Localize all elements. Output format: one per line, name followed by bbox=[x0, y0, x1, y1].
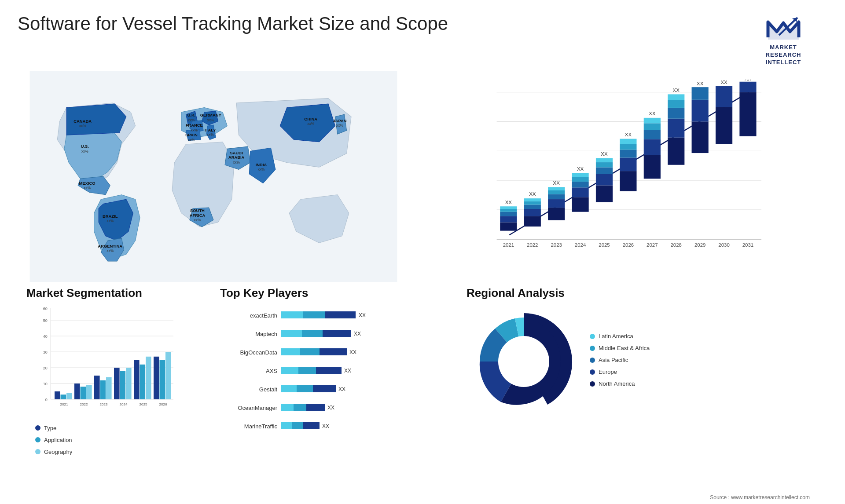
svg-text:XX: XX bbox=[673, 87, 680, 92]
svg-text:2022: 2022 bbox=[80, 402, 88, 406]
legend-label-application: Application bbox=[44, 437, 72, 443]
svg-text:OceanManager: OceanManager bbox=[238, 405, 277, 411]
source-text: Source : www.marketresearchintellect.com bbox=[710, 494, 827, 500]
svg-rect-180 bbox=[281, 404, 294, 411]
svg-text:2021: 2021 bbox=[503, 242, 514, 248]
svg-text:2026: 2026 bbox=[623, 242, 634, 248]
svg-text:30: 30 bbox=[43, 350, 48, 354]
legend-europe: Europe bbox=[590, 369, 650, 375]
svg-text:xx%: xx% bbox=[233, 160, 240, 164]
svg-text:U.S.: U.S. bbox=[81, 144, 89, 149]
svg-text:BigOceanData: BigOceanData bbox=[240, 349, 277, 356]
svg-rect-102 bbox=[692, 87, 709, 100]
svg-text:MarineTraffic: MarineTraffic bbox=[244, 423, 278, 430]
legend-north-america: North America bbox=[590, 380, 650, 387]
svg-text:0: 0 bbox=[45, 397, 48, 402]
svg-text:MEXICO: MEXICO bbox=[79, 180, 96, 185]
world-map: CANADA xx% U.S. xx% MEXICO xx% BRAZIL xx… bbox=[18, 71, 409, 282]
svg-text:exactEarth: exactEarth bbox=[250, 312, 277, 319]
svg-rect-52 bbox=[524, 209, 541, 216]
legend-label-asia-pacific: Asia Pacific bbox=[599, 357, 628, 363]
legend-application: Application bbox=[35, 437, 194, 443]
svg-text:XX: XX bbox=[349, 349, 356, 355]
svg-rect-47 bbox=[500, 209, 517, 212]
svg-text:XX: XX bbox=[529, 191, 536, 197]
svg-text:XX: XX bbox=[505, 199, 512, 205]
svg-text:xx%: xx% bbox=[194, 218, 201, 222]
segmentation-title: Market Segmentation bbox=[26, 286, 194, 300]
svg-rect-136 bbox=[94, 376, 100, 399]
svg-text:2024: 2024 bbox=[575, 242, 586, 248]
svg-rect-59 bbox=[548, 199, 565, 208]
svg-rect-144 bbox=[134, 360, 140, 399]
legend-label-geography: Geography bbox=[44, 449, 72, 455]
legend-dot-type bbox=[35, 425, 40, 431]
legend-label-north-america: North America bbox=[599, 380, 635, 387]
svg-text:BRAZIL: BRAZIL bbox=[103, 214, 118, 219]
svg-text:2031: 2031 bbox=[742, 242, 753, 248]
page-title: Software for Vessel Tracking Market Size… bbox=[18, 13, 739, 34]
svg-text:XX: XX bbox=[577, 166, 584, 172]
svg-rect-175 bbox=[281, 385, 297, 392]
svg-rect-67 bbox=[572, 182, 589, 187]
svg-rect-44 bbox=[500, 222, 517, 230]
svg-rect-105 bbox=[716, 107, 732, 144]
svg-rect-51 bbox=[524, 216, 541, 226]
svg-text:CHINA: CHINA bbox=[304, 116, 317, 121]
svg-text:xx%: xx% bbox=[81, 149, 88, 153]
svg-text:GERMANY: GERMANY bbox=[200, 113, 222, 117]
svg-rect-96 bbox=[668, 100, 684, 107]
svg-text:XX: XX bbox=[745, 80, 752, 81]
svg-rect-133 bbox=[81, 387, 86, 399]
svg-rect-89 bbox=[644, 123, 661, 130]
bottom-row: Market Segmentation 0 10 20 30 40 50 60 … bbox=[0, 282, 845, 458]
svg-rect-129 bbox=[61, 394, 66, 399]
svg-text:50: 50 bbox=[43, 318, 48, 322]
svg-rect-130 bbox=[66, 393, 72, 399]
legend-dot-middle-east-africa bbox=[590, 346, 595, 351]
svg-text:Maptech: Maptech bbox=[255, 331, 277, 337]
svg-rect-185 bbox=[281, 422, 292, 429]
svg-text:xx%: xx% bbox=[84, 186, 91, 190]
players-title: Top Key Players bbox=[220, 286, 440, 300]
svg-rect-95 bbox=[668, 108, 684, 119]
svg-rect-148 bbox=[154, 356, 159, 399]
svg-rect-74 bbox=[596, 167, 613, 174]
regional-section: Regional Analysis bbox=[458, 282, 827, 458]
svg-text:XX: XX bbox=[720, 80, 727, 85]
svg-rect-134 bbox=[86, 385, 92, 399]
svg-rect-81 bbox=[620, 150, 636, 157]
svg-text:XX: XX bbox=[601, 151, 608, 156]
svg-text:CANADA: CANADA bbox=[73, 119, 92, 124]
svg-rect-58 bbox=[548, 208, 565, 220]
svg-text:2025: 2025 bbox=[599, 242, 610, 248]
logo-text: MARKET RESEARCH INTELLECT bbox=[766, 44, 801, 66]
svg-rect-46 bbox=[500, 212, 517, 216]
svg-text:xx%: xx% bbox=[107, 219, 114, 223]
svg-text:xx%: xx% bbox=[258, 167, 265, 172]
legend-label-middle-east-africa: Middle East & Africa bbox=[599, 345, 650, 351]
svg-text:xx%: xx% bbox=[207, 117, 214, 122]
svg-text:ARGENTINA: ARGENTINA bbox=[98, 243, 122, 248]
svg-rect-73 bbox=[596, 174, 613, 185]
regional-legend: Latin America Middle East & Africa Asia … bbox=[590, 333, 650, 390]
svg-rect-145 bbox=[140, 364, 146, 399]
svg-text:2028: 2028 bbox=[671, 242, 682, 248]
svg-text:2022: 2022 bbox=[527, 242, 538, 248]
svg-text:XX: XX bbox=[553, 180, 560, 185]
key-players-section: Top Key Players exactEarth XX Maptech XX… bbox=[211, 282, 449, 458]
svg-text:40: 40 bbox=[43, 334, 48, 338]
svg-text:xx%: xx% bbox=[188, 137, 195, 142]
svg-text:XX: XX bbox=[354, 331, 361, 337]
svg-text:xx%: xx% bbox=[107, 248, 114, 253]
svg-rect-149 bbox=[160, 360, 165, 399]
svg-text:XX: XX bbox=[625, 132, 632, 137]
svg-rect-53 bbox=[524, 205, 541, 209]
svg-text:XX: XX bbox=[649, 111, 656, 116]
svg-rect-68 bbox=[572, 177, 589, 182]
svg-rect-45 bbox=[500, 216, 517, 222]
svg-rect-72 bbox=[596, 185, 613, 202]
svg-text:xx%: xx% bbox=[307, 121, 314, 126]
svg-text:2029: 2029 bbox=[694, 242, 705, 248]
svg-text:XX: XX bbox=[344, 368, 351, 374]
